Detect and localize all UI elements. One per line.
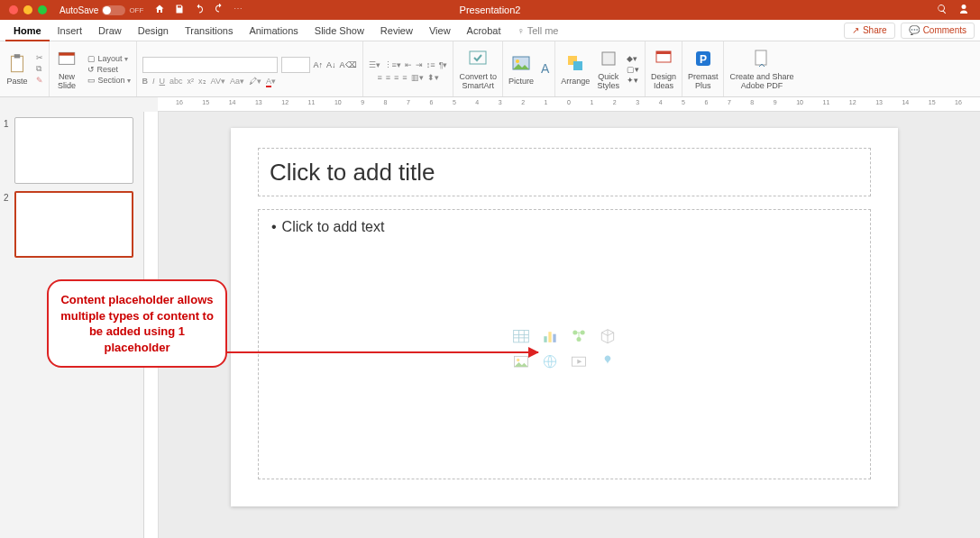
cut-icon[interactable]: ✂ (36, 53, 43, 62)
svg-rect-3 (59, 52, 74, 55)
insert-icon-icon[interactable] (595, 351, 620, 372)
numbering-button[interactable]: ⋮≡▾ (384, 60, 401, 69)
font-color-button[interactable]: A▾ (266, 77, 276, 86)
tab-transitions[interactable]: Transitions (177, 20, 241, 41)
premast-label: Premast Plus (688, 73, 719, 91)
align-left-button[interactable]: ≡ (378, 73, 382, 82)
decrease-indent-button[interactable]: ⇤ (405, 60, 412, 69)
convert-smartart-icon[interactable] (467, 48, 489, 71)
tab-insert[interactable]: Insert (50, 20, 91, 41)
search-icon[interactable] (937, 4, 948, 16)
insert-3d-icon[interactable] (595, 325, 620, 347)
char-spacing-button[interactable]: AV▾ (211, 77, 225, 86)
increase-indent-button[interactable]: ⇥ (416, 60, 423, 69)
svg-point-29 (517, 359, 519, 361)
redo-icon[interactable] (214, 4, 224, 16)
tab-review[interactable]: Review (372, 20, 421, 41)
adobe-pdf-icon[interactable] (751, 48, 773, 71)
close-window-icon[interactable] (9, 5, 18, 14)
insert-video-icon[interactable] (566, 351, 591, 372)
paragraph-group: ☰▾ ⋮≡▾ ⇤ ⇥ ↕≡ ¶▾ ≡ ≡ ≡ ≡ ▥▾ ⬍▾ (363, 41, 454, 96)
maximize-window-icon[interactable] (38, 5, 47, 14)
svg-rect-1 (14, 54, 21, 58)
strike-button[interactable]: abc (169, 77, 183, 86)
decrease-font-icon[interactable]: A↓ (326, 60, 336, 69)
home-icon[interactable] (154, 4, 165, 16)
title-placeholder[interactable]: Click to add title (258, 148, 871, 196)
autosave-label: AutoSave (60, 5, 98, 15)
highlight-button[interactable]: 🖍▾ (249, 77, 261, 86)
copy-icon[interactable]: ⧉ (36, 64, 41, 74)
share-button[interactable]: ↗ Share (844, 23, 895, 39)
autosave-switch-icon[interactable] (102, 5, 125, 15)
shape-fill-button[interactable]: ◆▾ (627, 54, 637, 63)
insert-chart-icon[interactable] (537, 325, 563, 347)
layout-button[interactable]: ▢ Layout▾ (87, 54, 128, 63)
thumbnail-1-preview[interactable] (14, 117, 133, 184)
svg-rect-4 (470, 51, 486, 64)
superscript-button[interactable]: x₂ (198, 77, 206, 86)
quick-styles-icon[interactable] (597, 48, 619, 71)
qat-more-icon[interactable]: ⋯ (234, 4, 243, 16)
reset-button[interactable]: ↺ Reset (87, 65, 118, 74)
tab-design[interactable]: Design (130, 20, 177, 41)
shape-outline-button[interactable]: ▢▾ (627, 65, 639, 74)
save-icon[interactable] (174, 4, 185, 16)
subscript-button[interactable]: x² (188, 77, 195, 86)
columns-button[interactable]: ▥▾ (411, 73, 424, 82)
new-slide-icon[interactable] (55, 48, 78, 71)
align-text-button[interactable]: ⬍▾ (427, 73, 439, 82)
tab-home[interactable]: Home (5, 20, 50, 41)
underline-button[interactable]: U (160, 77, 166, 86)
tab-slide-show[interactable]: Slide Show (307, 20, 372, 41)
svg-rect-11 (656, 51, 671, 54)
autosave-state: OFF (129, 6, 143, 14)
justify-button[interactable]: ≡ (402, 73, 407, 82)
change-case-button[interactable]: Aa▾ (230, 77, 244, 86)
text-direction-button[interactable]: ¶▾ (439, 60, 448, 69)
thumbnail-1[interactable]: 1 (4, 117, 140, 184)
tab-acrobat[interactable]: Acrobat (459, 20, 509, 41)
picture-icon[interactable] (508, 52, 534, 76)
text-box-icon[interactable]: A (541, 61, 549, 76)
account-icon[interactable] (958, 4, 969, 16)
undo-icon[interactable] (194, 4, 205, 16)
clear-format-icon[interactable]: A⌫ (340, 60, 357, 69)
line-spacing-button[interactable]: ↕≡ (426, 60, 435, 69)
tab-animations[interactable]: Animations (241, 20, 306, 41)
adobe-label: Create and Share Adobe PDF (729, 73, 793, 91)
font-family-dropdown[interactable] (142, 57, 278, 73)
increase-font-icon[interactable]: A↑ (314, 60, 324, 69)
premast-icon[interactable]: P (692, 48, 714, 71)
bold-button[interactable]: B (142, 77, 149, 86)
tab-draw[interactable]: Draw (90, 20, 130, 41)
arrange-icon[interactable] (561, 52, 590, 76)
italic-button[interactable]: I (152, 77, 155, 86)
insert-table-icon[interactable] (508, 325, 534, 347)
format-painter-icon[interactable]: ✎ (36, 76, 43, 85)
align-center-button[interactable]: ≡ (386, 73, 390, 82)
content-placeholder[interactable]: • Click to add text (258, 209, 871, 479)
insert-smartart-icon[interactable] (566, 325, 591, 347)
convert-smartart-label: Convert to SmartArt (459, 73, 497, 91)
design-ideas-icon[interactable] (653, 48, 674, 71)
tell-me-search[interactable]: ♀ Tell me (509, 20, 567, 41)
autosave-toggle[interactable]: AutoSave OFF (60, 5, 143, 15)
bullets-button[interactable]: ☰▾ (369, 60, 380, 69)
insert-online-picture-icon[interactable] (537, 351, 563, 372)
ribbon-tabs: Home Insert Draw Design Transitions Anim… (0, 20, 980, 41)
minimize-window-icon[interactable] (23, 5, 32, 14)
shape-effects-button[interactable]: ✦▾ (627, 76, 638, 85)
align-right-button[interactable]: ≡ (394, 73, 398, 82)
section-button[interactable]: ▭ Section▾ (87, 76, 131, 85)
paste-icon[interactable] (5, 52, 29, 76)
font-size-dropdown[interactable] (281, 57, 310, 73)
thumbnail-2[interactable]: 2 (4, 191, 140, 258)
comments-button[interactable]: 💬 Comments (901, 23, 975, 39)
thumbnail-2-preview[interactable] (14, 191, 133, 258)
paste-group: Paste ✂ ⧉ ✎ (0, 41, 50, 96)
tab-view[interactable]: View (421, 20, 459, 41)
current-slide[interactable]: Click to add title • Click to add text (231, 128, 898, 506)
slides-group: New Slide ▢ Layout▾ ↺ Reset ▭ Section▾ (50, 41, 137, 96)
svg-rect-21 (548, 332, 551, 342)
